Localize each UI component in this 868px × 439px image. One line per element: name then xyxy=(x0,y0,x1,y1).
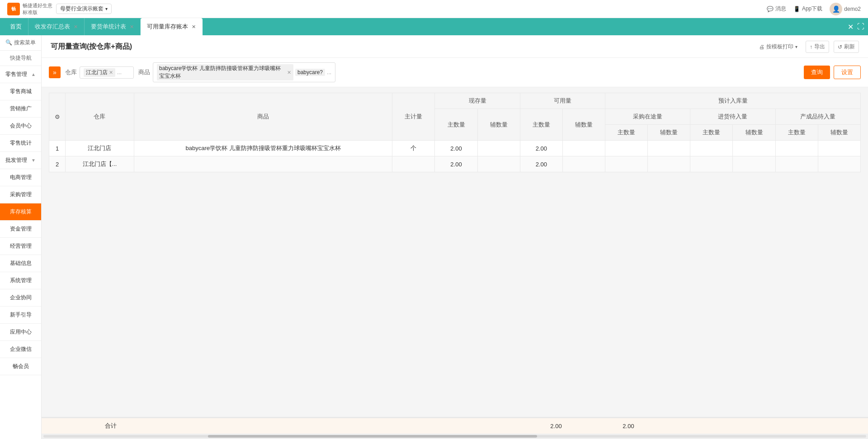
row1-current-main: 2.00 xyxy=(435,141,477,156)
footer-current-main: 2.00 xyxy=(538,423,574,430)
tab-bar-right: ✕ ⛶ xyxy=(848,18,864,35)
sidebar-item-newbie[interactable]: 新手引导 xyxy=(0,307,41,324)
sidebar-item-purchase[interactable]: 采购管理 xyxy=(0,186,41,203)
row2-current-main: 2.00 xyxy=(435,156,477,172)
sidebar-item-app-center[interactable]: 应用中心 xyxy=(0,324,41,341)
row1-unit: 个 xyxy=(392,141,435,156)
warehouse-filter-label: 仓库 xyxy=(65,68,77,76)
user-area[interactable]: 👤 demo2 xyxy=(830,3,861,15)
sidebar-purchase-label: 采购管理 xyxy=(10,191,32,198)
tab-available-stock-label: 可用量库存账本 xyxy=(147,23,188,31)
download-icon: 📱 xyxy=(793,6,800,12)
sidebar-quick-nav[interactable]: 快捷导航 xyxy=(0,51,41,66)
app-download-btn[interactable]: 📱 App下载 xyxy=(793,5,822,13)
th-current-main: 主数量 xyxy=(435,109,477,141)
tab-receive-summary[interactable]: 收发存汇总表 ✕ xyxy=(28,18,85,35)
warehouse-tag-remove[interactable]: ✕ xyxy=(109,70,113,76)
warehouse-filter-input[interactable]: 江北门店 ✕ ... xyxy=(80,66,134,79)
tab-close-receive[interactable]: ✕ xyxy=(74,24,78,30)
product-more[interactable]: ... xyxy=(327,69,331,76)
sidebar-item-ecommerce[interactable]: 电商管理 xyxy=(0,169,41,186)
tab-available-stock[interactable]: 可用量库存账本 ✕ xyxy=(141,18,203,35)
warehouse-more[interactable]: ... xyxy=(117,69,122,76)
row2-avail-main: 2.00 xyxy=(520,156,562,172)
page-header: 可用量查询(按仓库+商品) 🖨 按模板打印 ▾ ↑ 导出 ↺ 刷新 xyxy=(42,35,868,58)
product-tag-1-remove[interactable]: ✕ xyxy=(287,70,291,76)
expand-icon: ▲ xyxy=(31,72,36,77)
row2-inbound-aux xyxy=(733,156,775,172)
sidebar-item-member[interactable]: 会员中心 xyxy=(0,118,41,135)
sidebar-item-system[interactable]: 系统管理 xyxy=(0,272,41,289)
refresh-icon: ↺ xyxy=(838,44,842,50)
sidebar-search-label: 搜索菜单 xyxy=(14,39,36,46)
tab-close-available[interactable]: ✕ xyxy=(192,24,196,30)
sidebar-item-inventory[interactable]: 库存核算 xyxy=(0,203,41,221)
settings-button[interactable]: 设置 xyxy=(834,66,861,79)
sidebar-basic-info-label: 基础信息 xyxy=(10,260,32,267)
message-btn[interactable]: 💬 消息 xyxy=(767,5,786,13)
sidebar-item-vip[interactable]: 畅会员 xyxy=(0,358,41,375)
table-row: 2 江北门店【... 2.00 2.00 xyxy=(49,156,861,172)
sidebar-item-ops[interactable]: 经营管理 xyxy=(0,238,41,255)
product-filter-input[interactable]: babycare学饮杯 儿童防摔防撞吸管杯重力球吸嘴杯宝宝水杯 ✕ babyca… xyxy=(153,62,335,82)
row2-inbound-main xyxy=(690,156,733,172)
top-bar-right: 💬 消息 📱 App下载 👤 demo2 xyxy=(767,3,861,15)
row1-product: babycare学饮杯 儿童防摔防撞吸管杯重力球吸嘴杯宝宝水杯 xyxy=(134,141,392,156)
product-filter-group: 商品 babycare学饮杯 儿童防摔防撞吸管杯重力球吸嘴杯宝宝水杯 ✕ bab… xyxy=(138,62,335,82)
sidebar-item-retail-stats[interactable]: 零售统计 xyxy=(0,135,41,152)
scroll-thumb[interactable] xyxy=(208,435,537,438)
product-tag-1-text: babycare学饮杯 儿童防摔防撞吸管杯重力球吸嘴杯宝宝水杯 xyxy=(159,65,286,80)
th-avail-main: 主数量 xyxy=(520,109,562,141)
row1-purchase-aux xyxy=(648,141,690,156)
sidebar-item-wechat[interactable]: 企业微信 xyxy=(0,341,41,358)
sidebar-retail-stats-label: 零售统计 xyxy=(10,139,32,147)
sidebar-item-finance[interactable]: 资金管理 xyxy=(0,221,41,238)
horizontal-scrollbar[interactable] xyxy=(42,434,868,439)
main-layout: 🔍 搜索菜单 快捷导航 零售管理 ▲ 零售商城 营销推广 会员中心 零售统计 批… xyxy=(0,35,868,439)
header-actions: 🖨 按模板打印 ▾ ↑ 导出 ↺ 刷新 xyxy=(755,41,859,53)
sidebar-item-retail-mgmt[interactable]: 零售管理 ▲ xyxy=(0,66,41,83)
th-forecast: 预计入库量 xyxy=(605,93,861,109)
filter-action-btns: 查询 设置 xyxy=(804,66,861,79)
sidebar-app-center-label: 应用中心 xyxy=(10,328,32,336)
footer-row: 合计 2.00 2.00 xyxy=(42,418,868,434)
tab-home[interactable]: 首页 xyxy=(4,18,28,35)
th-available: 可用量 xyxy=(520,93,605,109)
app-name: 畅捷通好生意 标准版 xyxy=(23,2,52,15)
tab-fullscreen-icon[interactable]: ⛶ xyxy=(857,23,864,31)
footer-values: 2.00 2.00 xyxy=(538,423,863,430)
scroll-track xyxy=(43,435,866,438)
th-warehouse: 仓库 xyxy=(66,93,134,141)
footer-avail-main: 2.00 xyxy=(610,423,646,430)
row2-avail-aux xyxy=(562,156,605,172)
sidebar-item-marketing[interactable]: 营销推广 xyxy=(0,100,41,118)
sidebar-item-enterprise[interactable]: 企业协同 xyxy=(0,289,41,307)
export-btn[interactable]: ↑ 导出 xyxy=(806,41,829,53)
sidebar-item-wholesale[interactable]: 批发管理 ▼ xyxy=(0,152,41,169)
sidebar-search[interactable]: 🔍 搜索菜单 xyxy=(0,35,41,51)
sidebar-marketing-label: 营销推广 xyxy=(10,105,32,113)
tab-close-order[interactable]: ✕ xyxy=(130,24,134,30)
refresh-btn[interactable]: ↺ 刷新 xyxy=(834,41,859,53)
top-bar: 畅 畅捷通好生意 标准版 母婴行业演示账套 ▾ 💬 消息 📱 App下载 👤 d… xyxy=(0,0,868,18)
row1-inbound-aux xyxy=(733,141,775,156)
page-title-row: 可用量查询(按仓库+商品) 🖨 按模板打印 ▾ ↑ 导出 ↺ 刷新 xyxy=(51,41,859,57)
page-title: 可用量查询(按仓库+商品) xyxy=(51,42,132,52)
query-button[interactable]: 查询 xyxy=(804,66,830,79)
tab-close-all-icon[interactable]: ✕ xyxy=(848,23,854,31)
sidebar-item-retail-mall[interactable]: 零售商城 xyxy=(0,83,41,100)
column-settings-icon[interactable]: ⚙ xyxy=(55,113,60,120)
row1-no: 1 xyxy=(49,141,66,156)
expand-filter-btn[interactable]: » xyxy=(49,66,61,78)
row2-purchase-main xyxy=(605,156,648,172)
th-product-aux: 辅数量 xyxy=(818,125,860,141)
expand-icon-2: ▼ xyxy=(31,158,36,163)
sidebar-item-basic-info[interactable]: 基础信息 xyxy=(0,255,41,272)
industry-selector[interactable]: 母婴行业演示账套 ▾ xyxy=(56,4,112,14)
tab-order-stats[interactable]: 要货单统计表 ✕ xyxy=(85,18,141,35)
message-label: 消息 xyxy=(775,5,786,13)
table-container: ⚙ 仓库 商品 主计量 现存量 可用量 预计入库量 主数量 辅数量 主数量 辅数… xyxy=(42,87,868,417)
print-btn[interactable]: 🖨 按模板打印 ▾ xyxy=(755,41,801,52)
sidebar-system-label: 系统管理 xyxy=(10,277,32,284)
th-settings[interactable]: ⚙ xyxy=(49,93,66,141)
